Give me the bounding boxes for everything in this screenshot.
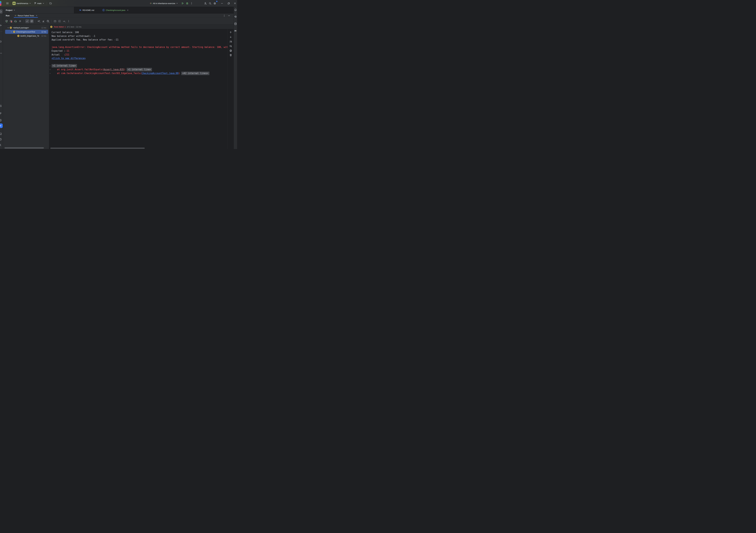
- git-branch-icon: [0, 144, 2, 146]
- vcs-branch-widget[interactable]: main: [33, 1, 45, 6]
- stripe-database-button[interactable]: [234, 22, 237, 25]
- console-segment-badge[interactable]: <1 internal line>: [52, 64, 77, 67]
- stop-button[interactable]: [18, 19, 22, 23]
- tab-close-icon[interactable]: ✕: [127, 9, 129, 11]
- console-segment-badge[interactable]: <1 internal line>: [127, 68, 152, 71]
- run-tab-close-icon[interactable]: ✕: [36, 14, 37, 17]
- next-occurrence-button[interactable]: [229, 36, 232, 38]
- import-test-results-button[interactable]: [41, 19, 45, 23]
- stripe-structure-button[interactable]: [0, 39, 3, 44]
- tree-node-label: CheckingAccountTest: [16, 31, 35, 33]
- stripe-run-button[interactable]: [0, 123, 3, 128]
- stripe-more-button[interactable]: [0, 51, 3, 56]
- test-source-link[interactable]: CheckingAccountTest.java:99: [142, 72, 178, 75]
- print-button[interactable]: [229, 49, 232, 52]
- stripe-build-button[interactable]: [0, 111, 3, 115]
- run-play-icon: [0, 124, 2, 127]
- search-everywhere-button[interactable]: [208, 1, 212, 6]
- printer-icon: [230, 49, 232, 52]
- tree-node-duration: 12 ms: [40, 31, 46, 33]
- stripe-commit-button[interactable]: [0, 23, 3, 28]
- window-minimize-button[interactable]: [220, 1, 224, 6]
- stack-expand-chevron-icon[interactable]: ›: [49, 71, 51, 75]
- show-passed-toggle[interactable]: [25, 19, 29, 23]
- expand-chevron-icon[interactable]: [10, 31, 13, 33]
- settings-button[interactable]: [212, 1, 217, 6]
- toolbar-more-button[interactable]: [67, 19, 70, 23]
- structure-icon: [0, 40, 2, 43]
- rerun-icon: [5, 20, 8, 23]
- tree-node-label: test03_EdgeCase_Te: [20, 35, 39, 37]
- expand-chevron-icon[interactable]: [7, 27, 9, 29]
- database-icon: [234, 22, 237, 25]
- hide-toolwindow-icon[interactable]: [228, 14, 230, 17]
- console-segment-badge[interactable]: <42 internal lines>: [181, 72, 209, 75]
- rerun-button[interactable]: [5, 19, 9, 23]
- status-detail-text: of 1 test – 12 ms: [67, 26, 82, 28]
- test-history-button[interactable]: [46, 19, 50, 23]
- markdown-file-icon: M↓: [80, 9, 82, 11]
- code-with-me-button[interactable]: [203, 1, 208, 6]
- run-header-more-icon[interactable]: [223, 14, 226, 17]
- stripe-project-button[interactable]: [0, 9, 3, 14]
- tab-checking-account[interactable]: C CheckingAccount.java ✕: [100, 7, 131, 13]
- console-segment-error: at com.techelevator.CheckingAccountTest.…: [52, 72, 142, 75]
- stripe-terminal-button[interactable]: [0, 132, 3, 136]
- run-configuration-selector[interactable]: All in inheritance-exercise: [148, 1, 179, 6]
- circle-slash-icon: [30, 20, 33, 22]
- export-test-results-button[interactable]: [58, 19, 62, 23]
- tab-readme[interactable]: M↓ README.md: [77, 7, 96, 13]
- console-segment-plain: [180, 72, 181, 75]
- snapshot-button[interactable]: [53, 19, 57, 23]
- coverage-button[interactable]: [62, 19, 66, 23]
- rerun-tests-button[interactable]: [14, 19, 17, 23]
- stripe-branches-button[interactable]: [0, 143, 3, 147]
- project-widget[interactable]: MA meritAmerica: [12, 1, 32, 6]
- stack-expand-chevron-icon[interactable]: ›: [49, 68, 51, 71]
- chevron-down-icon: [176, 2, 178, 4]
- gauge-icon: [63, 20, 66, 23]
- tree-node-label: <default package>: [13, 27, 29, 29]
- tree-row-default-package[interactable]: <default package> 12 ms: [5, 26, 48, 30]
- previous-occurrence-button[interactable]: [229, 31, 232, 34]
- add-user-icon: [204, 2, 207, 5]
- rerun-failed-tests-button[interactable]: [9, 19, 13, 23]
- window-restore-button[interactable]: [227, 1, 231, 6]
- stripe-services-button[interactable]: [0, 118, 3, 123]
- camera-icon: [54, 20, 57, 23]
- stripe-maven-button[interactable]: m: [234, 29, 237, 32]
- stripe-ai-assistant-button[interactable]: [234, 15, 237, 18]
- stack-expand-chevron-icon[interactable]: ›: [49, 64, 51, 68]
- app-logo-icon: [0, 1, 1, 6]
- soft-wrap-button[interactable]: [229, 40, 232, 43]
- project-panel-header[interactable]: Project: [3, 7, 74, 13]
- console-line: › at org.junit.Assert.failNotEquals(Asse…: [52, 68, 233, 71]
- debug-button[interactable]: [185, 1, 189, 6]
- see-difference-link[interactable]: <Click to see difference>: [52, 57, 86, 60]
- ide-window: MA meritAmerica main All in inheritance-…: [0, 0, 237, 149]
- show-ignored-toggle[interactable]: [30, 19, 34, 23]
- open-folder-button[interactable]: [48, 1, 53, 6]
- stripe-notifications-button[interactable]: [234, 8, 237, 11]
- run-tab-rerun-failed-tests[interactable]: Rerun Failed Tests ✕: [14, 13, 38, 18]
- test-tree-panel: <default package> 12 ms CheckingAccountT…: [3, 25, 49, 149]
- more-actions-button[interactable]: [189, 1, 194, 6]
- stripe-debug-button[interactable]: [0, 104, 3, 108]
- assert-java-link[interactable]: Assert.java:835: [103, 68, 124, 71]
- console-segment-error: java.lang.AssertionError: CheckingAccoun…: [52, 46, 229, 48]
- scroll-to-end-button[interactable]: [229, 44, 232, 47]
- clear-console-button[interactable]: [229, 54, 232, 57]
- tree-row-test03-edgecase[interactable]: test03_EdgeCase_Te 12 ms: [5, 34, 48, 38]
- editor-tab-bar: M↓ README.md C CheckingAccount.java ✕: [74, 7, 233, 13]
- stripe-problems-button[interactable]: [0, 137, 3, 141]
- tree-horizontal-scrollbar[interactable]: [5, 147, 44, 149]
- window-close-button[interactable]: [233, 1, 237, 6]
- console-output[interactable]: Current balance: 100New balance after wi…: [49, 29, 233, 149]
- main-menu-button[interactable]: [5, 1, 10, 6]
- sort-tests-button[interactable]: [37, 19, 41, 23]
- run-button[interactable]: [180, 1, 185, 6]
- console-horizontal-scrollbar[interactable]: [50, 148, 145, 149]
- tree-row-checking-account-test[interactable]: CheckingAccountTest 12 ms: [5, 30, 48, 34]
- branch-name: main: [37, 2, 41, 5]
- close-icon: [234, 2, 236, 4]
